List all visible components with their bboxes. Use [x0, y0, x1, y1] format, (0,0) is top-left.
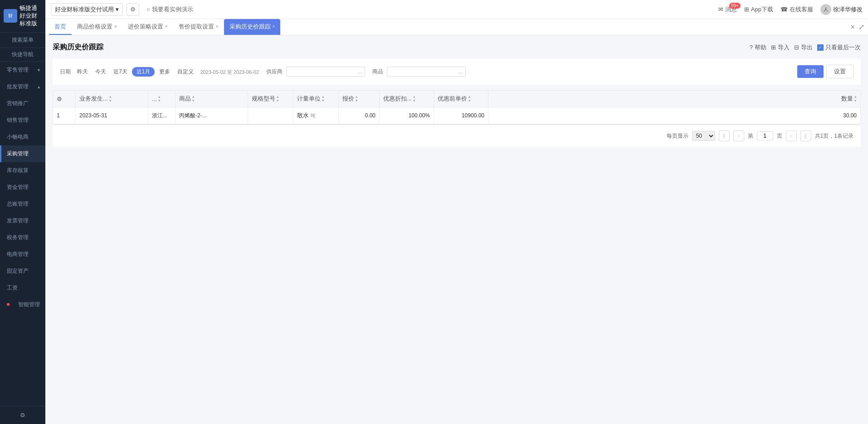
sidebar-item-sales[interactable]: 销售管理 [0, 112, 45, 129]
sidebar-settings-button[interactable]: ⚙ [0, 406, 45, 424]
message-icon: ✉ [718, 6, 723, 13]
filter-area: 日期 昨天 今天 近7天 近1月 更多 自定义 2023-05-02 至 202… [53, 58, 861, 85]
sidebar-item-marketing[interactable]: 营销推广 [0, 95, 45, 112]
tab-close-all-button[interactable]: × [851, 23, 855, 31]
version-selector[interactable]: 好业财标准版交付试用 ▾ [51, 3, 123, 16]
sidebar-item-smart[interactable]: 智能管理 [0, 296, 45, 313]
demo-button[interactable]: ○ 我要看实例演示 [146, 5, 193, 14]
messages-badge: 99+ [729, 3, 741, 9]
tab-strategy[interactable]: 进价策略设置 × [122, 19, 173, 35]
page-prefix-label: 第 [748, 132, 753, 140]
data-table: ⚙ 业务发生... ▴▾ ... ▴▾ 商品 ▴▾ 规格型号 ▴▾ [53, 90, 861, 125]
sidebar-quick-nav[interactable]: 快捷导航 [0, 48, 45, 62]
tab-close-strategy[interactable]: × [165, 24, 168, 29]
sidebar-search[interactable]: 搜索菜单 [0, 33, 45, 48]
sidebar-item-invoice[interactable]: 发票管理 [0, 212, 45, 229]
th-unit[interactable]: 计量单位 ▴▾ [293, 91, 339, 107]
supplier-input[interactable] [289, 68, 357, 75]
date-opt-today[interactable]: 今天 [93, 67, 109, 77]
page-prev-button[interactable]: ‹ [733, 130, 744, 141]
th-pre-discount-price[interactable]: 优惠前单价 ▴▾ [434, 91, 488, 107]
topbar-right: ✉ 消息 99+ ⊞ App下载 ☎ 在线客服 人 徐泽华修改 [718, 4, 863, 15]
th-spec[interactable]: 规格型号 ▴▾ [248, 91, 293, 107]
sort-icon-spec: ▴▾ [277, 95, 279, 103]
tab-close-price[interactable]: × [114, 24, 117, 29]
sort-icon-goods: ▴▾ [192, 95, 195, 103]
tab-home[interactable]: 首页 [49, 19, 72, 35]
sidebar-item-finance[interactable]: 资金管理 [0, 179, 45, 196]
date-opt-7days[interactable]: 近7天 [111, 67, 130, 77]
page-number-input[interactable] [757, 131, 773, 140]
th-more[interactable]: ... ▴▾ [148, 91, 176, 107]
th-price[interactable]: 报价 ▴▾ [339, 91, 380, 107]
chevron-down-icon: ▾ [116, 6, 119, 13]
page-actions: ? 帮助 ⊞ 导入 ⊟ 导出 ✓ 只看最后一次 [750, 43, 861, 52]
page-header: 采购历史价跟踪 ? 帮助 ⊞ 导入 ⊟ 导出 ✓ 只看最后一次 [53, 43, 861, 52]
settings-button[interactable]: ⚙ [127, 3, 139, 16]
help-button[interactable]: ? 帮助 [750, 43, 766, 52]
page-first-button[interactable]: ⟪ [719, 130, 730, 141]
tab-close-sale-price[interactable]: × [216, 24, 219, 29]
th-quantity[interactable]: 数量 ▴▾ [488, 91, 860, 107]
date-opt-1month[interactable]: 近1月 [132, 67, 155, 77]
filter-row: 日期 昨天 今天 近7天 近1月 更多 自定义 2023-05-02 至 202… [60, 65, 853, 78]
topbar: 好业财标准版交付试用 ▾ ⚙ ○ 我要看实例演示 ✉ 消息 99+ ⊞ App下… [45, 0, 868, 19]
sidebar-item-retail[interactable]: 零售管理 ▾ [0, 62, 45, 78]
tab-purchase-history[interactable]: 采购历史价跟踪 × [224, 19, 281, 35]
app-download-button[interactable]: ⊞ App下载 [744, 5, 773, 14]
tab-close-purchase-history[interactable]: × [273, 24, 275, 29]
sidebar-item-wholesale[interactable]: 批发管理 ▴ [0, 78, 45, 95]
td-spec [248, 107, 293, 124]
sidebar-item-assets[interactable]: 固定资产 [0, 263, 45, 279]
page-next-button[interactable]: › [786, 130, 797, 141]
date-options: 昨天 今天 近7天 近1月 更多 自定义 [74, 67, 196, 77]
th-goods[interactable]: 商品 ▴▾ [176, 91, 248, 107]
page-title: 采购历史价跟踪 [53, 43, 103, 52]
date-opt-yesterday[interactable]: 昨天 [74, 67, 91, 77]
tab-sale-price[interactable]: 售价提取设置 × [173, 19, 224, 35]
sidebar-item-accounting[interactable]: 总账管理 [0, 196, 45, 212]
pagination: 每页显示 50 100 ⟪ ‹ 第 页 › ⟫ 共1页，1条记录 [53, 125, 861, 147]
supplier-more-icon[interactable]: ... [357, 68, 362, 75]
sidebar-item-payroll[interactable]: 工资 [0, 279, 45, 296]
date-opt-more[interactable]: 更多 [156, 67, 173, 77]
td-price: 0.00 [339, 107, 380, 124]
gear-icon[interactable]: ⚙ [57, 96, 62, 102]
goods-more-icon[interactable]: ... [458, 68, 463, 75]
last-only-checkbox-label[interactable]: ✓ 只看最后一次 [817, 43, 861, 52]
import-button[interactable]: ⊞ 导入 [771, 43, 790, 52]
per-page-label: 每页显示 [667, 132, 688, 140]
td-more: 浙江... [148, 107, 176, 124]
sidebar-item-ecommerce-small[interactable]: 小畅电商 [0, 129, 45, 145]
th-date[interactable]: 业务发生... ▴▾ [76, 91, 148, 107]
online-service-button[interactable]: ☎ 在线客服 [780, 5, 813, 14]
supplier-filter-group: 供应商 ... [266, 67, 365, 77]
page-last-button[interactable]: ⟫ [800, 130, 811, 141]
sidebar-item-inventory[interactable]: 库存核算 [0, 162, 45, 179]
app-name: 畅捷通好业财 标准版 [20, 5, 42, 28]
td-goods: 丙烯酸-2-... [176, 107, 248, 124]
sort-icon-date: ▴▾ [109, 95, 112, 103]
goods-input-wrap: ... [387, 67, 466, 77]
query-button[interactable]: 查询 [797, 65, 824, 78]
export-button[interactable]: ⊟ 导出 [794, 43, 813, 52]
sidebar-item-tax[interactable]: 税务管理 [0, 229, 45, 246]
messages-button[interactable]: ✉ 消息 99+ [718, 5, 737, 14]
tab-price[interactable]: 商品价格设置 × [72, 19, 122, 35]
dot-indicator [7, 303, 10, 306]
td-index: 1 [53, 107, 76, 124]
logo-icon: 财 [4, 9, 17, 23]
date-opt-custom[interactable]: 自定义 [175, 67, 196, 77]
settings-button[interactable]: 设置 [826, 65, 853, 78]
last-only-checkbox[interactable]: ✓ [817, 44, 824, 51]
per-page-select[interactable]: 50 100 [692, 131, 715, 141]
goods-input[interactable] [390, 68, 458, 75]
sidebar-item-ecommerce[interactable]: 电商管理 [0, 246, 45, 263]
sidebar-item-purchase[interactable]: 采购管理 [0, 145, 45, 162]
th-index: ⚙ [53, 91, 76, 107]
tab-expand-button[interactable]: ⤢ [858, 23, 864, 31]
td-pre-discount-price: 10900.00 [434, 107, 488, 124]
date-range-display: 2023-05-02 至 2023-06-02 [200, 69, 259, 76]
user-menu[interactable]: 人 徐泽华修改 [820, 4, 863, 15]
th-discount[interactable]: 优惠折扣... ▴▾ [380, 91, 434, 107]
